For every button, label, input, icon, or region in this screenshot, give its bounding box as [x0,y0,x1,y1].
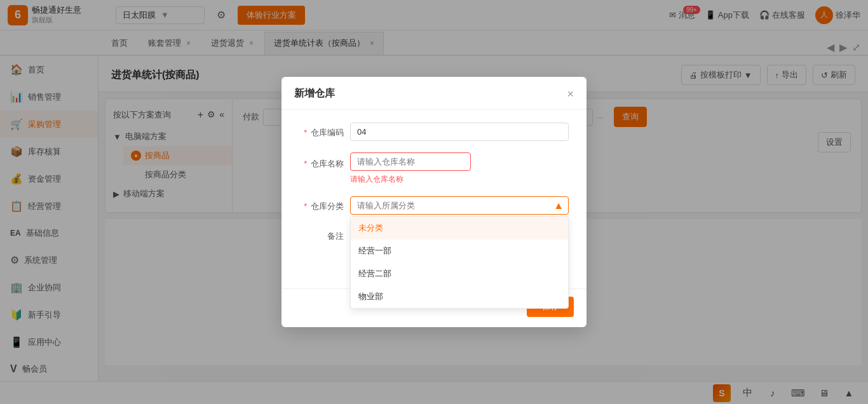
category-select-wrapper: ▲ 未分类 经营一部 经营二部 物业部 [350,196,569,215]
name-input[interactable] [350,152,471,171]
form-row-code: * 仓库编码 [299,123,569,141]
dialog-body: * 仓库编码 * 仓库名称 请输入仓库名称 * 仓库分类 [281,110,587,288]
name-label-text: 仓库名称 [311,159,344,168]
notes-label-text: 备注 [327,231,344,241]
dropdown-item-uncat[interactable]: 未分类 [351,217,568,239]
form-row-category: * 仓库分类 ▲ 未分类 经营一部 经营二部 物业部 [299,196,569,215]
category-label: * 仓库分类 [299,196,350,212]
dropdown-item-dept3[interactable]: 物业部 [351,285,568,308]
code-input[interactable] [350,123,569,141]
category-label-text: 仓库分类 [311,201,344,211]
code-label-text: 仓库编码 [311,128,344,137]
code-label: * 仓库编码 [299,123,350,138]
notes-label: 备注 [299,226,350,242]
category-input[interactable] [350,196,569,215]
form-row-name: * 仓库名称 请输入仓库名称 [299,152,569,185]
add-warehouse-dialog: 新增仓库 × * 仓库编码 * 仓库名称 请输入仓库名称 [281,77,587,327]
chevron-up-icon[interactable]: ▲ [553,200,564,212]
dropdown-item-dept2[interactable]: 经营二部 [351,262,568,285]
dialog-header: 新增仓库 × [281,77,587,110]
dialog-title: 新增仓库 [294,87,335,100]
dropdown-item-dept1[interactable]: 经营一部 [351,239,568,262]
name-label: * 仓库名称 [299,154,350,170]
name-error-tip: 请输入仓库名称 [350,175,403,184]
dialog-close-button[interactable]: × [567,88,574,100]
category-dropdown: 未分类 经营一部 经营二部 物业部 [350,216,569,309]
